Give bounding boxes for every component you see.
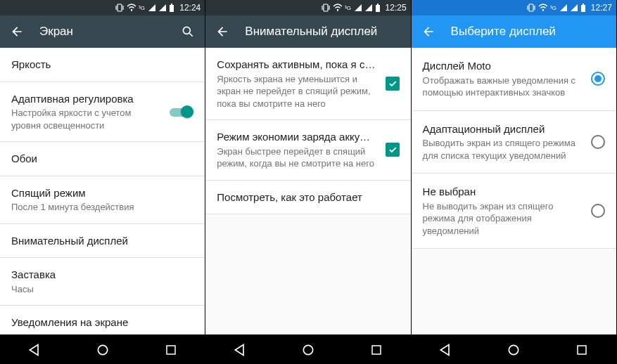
row-moto-display[interactable]: Дисплей Moto Отображать важные уведомлен… <box>412 48 616 111</box>
row-daydream[interactable]: Заставка Часы <box>0 258 205 306</box>
nav-bar <box>205 334 410 364</box>
row-attentive-display[interactable]: Внимательный дисплей <box>0 224 205 259</box>
nav-home-icon[interactable] <box>505 342 522 358</box>
nav-recent-icon[interactable] <box>163 342 179 358</box>
svg-rect-10 <box>167 346 175 354</box>
row-label: Сохранять активным, пока я смотрю <box>217 58 376 72</box>
svg-point-18 <box>303 345 312 354</box>
checkbox-stay-active[interactable] <box>386 77 400 91</box>
row-label: Уведомления на экране <box>11 316 193 330</box>
nav-bar <box>0 334 205 364</box>
page-title: Внимательный дисплей <box>245 25 402 39</box>
app-bar: Внимательный дисплей <box>205 15 410 48</box>
nav-back-icon[interactable] <box>26 342 43 358</box>
row-brightness[interactable]: Яркость <box>0 48 205 82</box>
svg-text:³G: ³G <box>139 5 145 11</box>
svg-rect-26 <box>583 4 584 5</box>
page-title: Выберите дисплей <box>451 25 608 39</box>
svg-rect-28 <box>578 346 586 354</box>
row-label: Яркость <box>11 58 193 72</box>
svg-point-3 <box>131 10 132 11</box>
row-adaptive-brightness[interactable]: Адаптивная регулировка Настройка яркости… <box>0 82 205 143</box>
battery-icon <box>375 4 381 12</box>
data-icon: ³G <box>139 4 146 11</box>
svg-point-14 <box>337 10 338 11</box>
settings-list: Сохранять активным, пока я смотрю Яркост… <box>205 48 410 334</box>
row-sub: Отображать важные уведомления с помощью … <box>423 74 583 99</box>
row-label: Посмотреть, как это работает <box>217 190 399 204</box>
row-label: Спящий режим <box>11 186 193 200</box>
svg-rect-0 <box>117 4 122 11</box>
svg-text:³G: ³G <box>345 5 351 11</box>
row-none[interactable]: Не выбран Не выводить экран из спящего р… <box>412 174 616 249</box>
signal-icon-2 <box>364 4 373 12</box>
row-sub: После 1 минута бездействия <box>11 201 193 214</box>
row-adaptive-display[interactable]: Адаптационный дисплей Выводить экран из … <box>412 111 616 174</box>
svg-point-27 <box>509 345 519 354</box>
status-time: 12:27 <box>591 3 612 13</box>
nav-back-icon[interactable] <box>437 342 454 358</box>
vibrate-icon <box>321 4 331 12</box>
data-icon: ³G <box>345 4 352 11</box>
row-sub: Настройка яркости с учетом уровня освеще… <box>11 107 161 131</box>
nav-home-icon[interactable] <box>300 342 317 358</box>
row-sub: Яркость экрана не уменьшится и экран не … <box>217 73 376 110</box>
svg-point-23 <box>542 10 544 11</box>
radio-moto[interactable] <box>591 72 605 86</box>
svg-rect-11 <box>324 4 328 11</box>
svg-rect-16 <box>376 5 380 12</box>
back-icon[interactable] <box>8 23 25 40</box>
nav-back-icon[interactable] <box>231 342 248 358</box>
switch-adaptive[interactable] <box>170 105 193 118</box>
row-label: Адаптивная регулировка <box>11 92 161 106</box>
row-see-how[interactable]: Посмотреть, как это работает <box>205 181 410 215</box>
row-label: Не выбран <box>423 185 583 199</box>
radio-adaptive[interactable] <box>591 135 605 149</box>
wifi-icon <box>538 4 548 12</box>
app-bar: Экран <box>0 15 205 48</box>
search-icon[interactable] <box>179 23 196 40</box>
status-bar: ³G 12:25 <box>205 0 410 15</box>
row-label: Дисплей Moto <box>423 59 583 73</box>
svg-rect-5 <box>170 5 174 12</box>
row-battery-saver[interactable]: Режим экономии заряда аккумулят.. Экран … <box>205 120 410 181</box>
back-icon[interactable] <box>214 23 231 40</box>
row-sub: Выводить экран из спящего режима для спи… <box>423 137 583 162</box>
battery-icon <box>580 4 586 12</box>
checkbox-battery-saver[interactable] <box>386 143 400 157</box>
wifi-icon <box>333 4 343 12</box>
row-stay-active[interactable]: Сохранять активным, пока я смотрю Яркост… <box>205 48 410 120</box>
signal-icon <box>354 4 362 12</box>
svg-point-9 <box>98 345 107 354</box>
signal-icon <box>559 4 568 12</box>
radio-list: Дисплей Moto Отображать важные уведомлен… <box>412 48 616 334</box>
svg-rect-6 <box>171 4 172 5</box>
row-label: Режим экономии заряда аккумулят.. <box>217 130 376 144</box>
radio-none[interactable] <box>591 204 605 218</box>
signal-icon-2 <box>570 4 578 12</box>
nav-recent-icon[interactable] <box>368 342 385 358</box>
wifi-icon <box>127 4 136 12</box>
page-title: Экран <box>39 25 165 39</box>
svg-point-7 <box>184 27 191 34</box>
svg-line-8 <box>190 34 193 37</box>
row-wallpaper[interactable]: Обои <box>0 142 205 176</box>
signal-icon <box>148 4 156 12</box>
screen-choose-display: ³G 12:27 Выберите дисплей Дисплей Moto О… <box>412 0 617 364</box>
nav-recent-icon[interactable] <box>573 342 590 358</box>
status-bar: ³G 12:27 <box>412 0 616 15</box>
row-label: Внимательный дисплей <box>11 234 193 248</box>
settings-list: Яркость Адаптивная регулировка Настройка… <box>0 48 205 334</box>
status-time: 12:25 <box>386 3 407 13</box>
svg-rect-19 <box>372 346 381 354</box>
svg-text:³G: ³G <box>550 5 556 11</box>
row-sleep[interactable]: Спящий режим После 1 минута бездействия <box>0 176 205 224</box>
row-sub: Часы <box>11 283 193 296</box>
nav-home-icon[interactable] <box>94 342 111 358</box>
screen-display-settings: ³G 12:24 Экран Яркость Адаптивная регули… <box>0 0 205 364</box>
svg-rect-25 <box>581 5 585 12</box>
back-icon[interactable] <box>420 23 437 40</box>
row-lock-notifications[interactable]: Уведомления на экране <box>0 306 205 334</box>
row-sub: Не выводить экран из спящего режима для … <box>423 200 583 238</box>
svg-rect-20 <box>529 4 533 11</box>
